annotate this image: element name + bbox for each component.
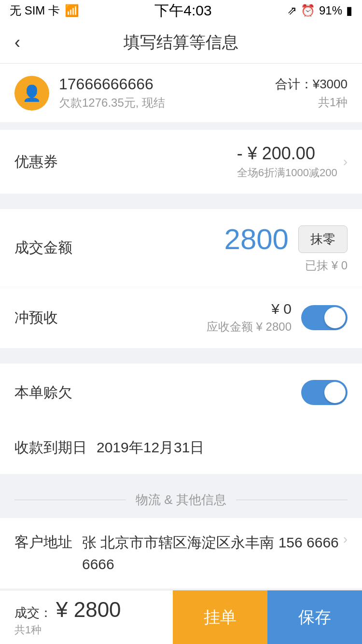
bottom-bar: 成交： ¥ 2800 共1种 挂单 保存 — [0, 590, 362, 644]
status-left: 无 SIM 卡 📶 — [10, 3, 79, 18]
due-date-value: 2019年12月31日 — [97, 438, 204, 458]
prereceive-right: ¥ 0 应收金额 ¥ 2800 — [207, 301, 348, 335]
coupon-info: - ¥ 200.00 全场6折满1000减200 — [237, 143, 337, 180]
back-button[interactable]: ‹ — [14, 34, 20, 51]
due-date-row: 收款到期日 2019年12月31日 — [0, 421, 362, 474]
customer-card: 👤 17666666666 欠款1276.35元, 现结 合计：¥3000 共1… — [0, 64, 362, 122]
sim-label: 无 SIM 卡 — [10, 3, 60, 18]
location-icon: ⇗ — [287, 4, 297, 17]
deal-amount-right: 2800 抹零 已抹 ¥ 0 — [224, 223, 348, 273]
avatar-icon: 👤 — [22, 84, 42, 102]
nav-bar: ‹ 填写结算等信息 — [0, 21, 362, 64]
status-right: ⇗ ⏰ 91% ▮ — [287, 4, 352, 17]
customer-right: 合计：¥3000 共1种 — [275, 76, 348, 110]
logistics-divider-text: 物流 & 其他信息 — [136, 491, 226, 508]
status-time: 下午4:03 — [154, 1, 211, 21]
prereceive-row: 冲预收 ¥ 0 应收金额 ¥ 2800 — [0, 287, 362, 348]
customer-sub: 欠款1276.35元, 现结 — [59, 95, 165, 111]
total-count: 共1种 — [275, 95, 348, 110]
address-chevron-icon: › — [343, 532, 348, 547]
bad-debt-row: 本单赊欠 — [0, 364, 362, 421]
prereceive-sub: 应收金额 ¥ 2800 — [207, 319, 292, 335]
battery-label: 91% — [319, 4, 342, 17]
section-divider-2 — [0, 356, 362, 364]
deal-amount-sub: 已抹 ¥ 0 — [305, 258, 348, 273]
hang-order-button[interactable]: 挂单 — [173, 590, 267, 644]
deal-amount-label: 成交金额 — [14, 238, 72, 258]
divider-line-left — [14, 500, 126, 500]
address-value: 张 北京市市辖区海淀区永丰南 156 6666 6666 — [82, 532, 343, 575]
bottom-deal-label: 成交： — [14, 604, 52, 621]
section-divider-1 — [0, 201, 362, 209]
deal-amount-value: 2800 — [224, 223, 289, 256]
chevron-right-icon: › — [343, 154, 348, 169]
customer-phone: 17666666666 — [59, 75, 165, 93]
alarm-icon: ⏰ — [301, 4, 315, 17]
customer-info: 17666666666 欠款1276.35元, 现结 — [59, 75, 165, 111]
address-label: 客户地址 — [14, 532, 72, 552]
total-label: 合计：¥3000 — [275, 76, 348, 93]
coupon-label: 优惠券 — [14, 152, 58, 172]
prereceive-label: 冲预收 — [14, 308, 58, 328]
coupon-row[interactable]: 优惠券 - ¥ 200.00 全场6折满1000减200 › — [0, 130, 362, 194]
logistics-divider: 物流 & 其他信息 — [0, 482, 362, 518]
save-button[interactable]: 保存 — [267, 590, 362, 644]
deal-amount-value-area: 2800 抹零 — [224, 223, 348, 256]
status-bar: 无 SIM 卡 📶 下午4:03 ⇗ ⏰ 91% ▮ — [0, 0, 362, 21]
bottom-count: 共1种 — [14, 623, 158, 637]
address-row[interactable]: 客户地址 张 北京市市辖区海淀区永丰南 156 6666 6666 › — [0, 518, 362, 588]
page-title: 填写结算等信息 — [124, 31, 238, 54]
bottom-left: 成交： ¥ 2800 共1种 — [0, 598, 173, 637]
bad-debt-label: 本单赊欠 — [14, 383, 72, 403]
content-area: 👤 17666666666 欠款1276.35元, 现结 合计：¥3000 共1… — [0, 64, 362, 644]
due-date-label: 收款到期日 — [14, 438, 87, 458]
coupon-right: - ¥ 200.00 全场6折满1000减200 › — [237, 143, 348, 180]
divider-line-right — [236, 500, 348, 500]
customer-left: 👤 17666666666 欠款1276.35元, 现结 — [14, 75, 165, 111]
deal-amount-section: 成交金额 2800 抹零 已抹 ¥ 0 冲预收 ¥ 0 应收金额 ¥ 2800 — [0, 209, 362, 348]
bad-debt-toggle[interactable] — [301, 380, 348, 405]
round-zero-button[interactable]: 抹零 — [298, 225, 348, 253]
bottom-deal-row: 成交： ¥ 2800 — [14, 598, 158, 622]
coupon-desc: 全场6折满1000减200 — [237, 166, 337, 180]
prereceive-value: ¥ 0 — [207, 301, 292, 317]
deal-amount-row: 成交金额 2800 抹零 已抹 ¥ 0 — [0, 209, 362, 287]
battery-icon: ▮ — [346, 4, 352, 17]
coupon-discount: - ¥ 200.00 — [237, 143, 337, 164]
prereceive-toggle[interactable] — [301, 305, 348, 330]
wifi-icon: 📶 — [65, 4, 79, 17]
bottom-amount: ¥ 2800 — [56, 598, 121, 622]
avatar: 👤 — [14, 76, 49, 111]
prereceive-amount-area: ¥ 0 应收金额 ¥ 2800 — [207, 301, 292, 335]
